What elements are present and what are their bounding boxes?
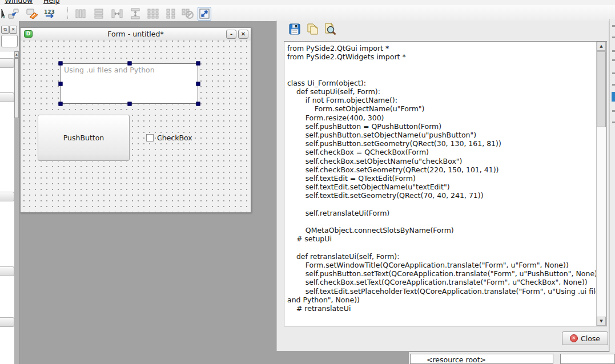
widget-box-scrollbar[interactable]: ▲ <box>14 51 19 364</box>
scroll-up-icon[interactable]: ▲ <box>597 42 606 51</box>
layout-vertical-splitter-icon[interactable] <box>128 7 142 21</box>
adjust-size-icon[interactable] <box>198 7 211 21</box>
menu-bar: Window Help <box>0 0 615 5</box>
save-icon[interactable] <box>287 22 302 37</box>
form-window-titlebar[interactable]: D Form - untitled* - ✕ <box>21 28 251 41</box>
form-canvas[interactable]: Using .ui files and Python PushButton Ch… <box>21 41 251 212</box>
form-editor-window: D Form - untitled* - ✕ Using .ui files a… <box>20 27 251 213</box>
copy-icon[interactable] <box>305 22 320 37</box>
selection-handle-bottom-center[interactable] <box>128 102 132 106</box>
find-icon[interactable] <box>323 22 337 37</box>
edit-signals-slots-icon[interactable] <box>7 7 21 21</box>
layout-grid-icon[interactable] <box>146 7 160 21</box>
layout-horizontal-splitter-icon[interactable] <box>110 7 124 21</box>
selection-handle-bottom-right[interactable] <box>196 102 200 106</box>
selection-handle-top-center[interactable] <box>128 62 132 66</box>
close-dialog-button[interactable]: ✕ Close <box>562 331 608 345</box>
code-preview-dialog: from PySide2.QtGui import * from PySide2… <box>276 21 609 351</box>
scrollbar-thumb[interactable] <box>14 58 19 118</box>
menu-window[interactable]: Window <box>5 0 33 5</box>
edit-widgets-icon[interactable] <box>0 7 7 21</box>
resource-preview-pane[interactable] <box>560 354 615 364</box>
close-button-label: Close <box>581 334 600 343</box>
close-icon: ✕ <box>570 334 578 342</box>
python-code-text: from PySide2.QtGui import * from PySide2… <box>287 44 595 313</box>
float-icon[interactable]: ⧉ <box>1 26 9 34</box>
widget-category[interactable] <box>0 92 14 102</box>
layout-horizontally-icon[interactable] <box>74 7 87 21</box>
property-editor-sliver <box>609 19 615 352</box>
form-window-title: Form - untitled* <box>21 30 251 38</box>
scroll-up-icon[interactable]: ▲ <box>14 51 19 58</box>
widget-filter-input[interactable] <box>1 35 18 47</box>
widget-category[interactable] <box>0 58 14 68</box>
textedit-widget[interactable]: Using .ui files and Python <box>61 63 198 104</box>
resource-tree[interactable]: <resource root> <box>410 354 553 364</box>
toolbar-separator <box>67 7 68 19</box>
checkbox-indicator[interactable] <box>146 134 154 141</box>
minimize-button[interactable]: - <box>226 30 236 39</box>
selected-property-row[interactable] <box>612 92 615 102</box>
edit-tab-order-icon[interactable]: 123 <box>43 7 57 21</box>
selection-handle-top-right[interactable] <box>196 62 200 66</box>
break-layout-icon[interactable] <box>181 7 195 21</box>
scroll-down-icon[interactable]: ▼ <box>597 317 606 326</box>
scrollbar-thumb[interactable] <box>597 51 606 127</box>
main-toolbar: 123 <box>0 5 615 22</box>
widget-category[interactable] <box>0 192 14 201</box>
code-scrollbar[interactable]: ▲ ▼ <box>596 42 606 326</box>
selection-handle-top-left[interactable] <box>59 62 63 66</box>
selection-handle-mid-left[interactable] <box>59 82 63 86</box>
selection-handle-mid-right[interactable] <box>196 82 200 86</box>
resource-browser-panel: <resource root> <box>409 352 615 364</box>
checkbox-label: CheckBox <box>157 134 192 142</box>
widget-category[interactable] <box>0 266 14 276</box>
widget-category[interactable] <box>0 317 14 327</box>
resource-root-item[interactable]: <resource root> <box>427 355 486 364</box>
close-button[interactable]: ✕ <box>238 30 248 39</box>
qt-designer-screen: { "menubar": { "items": [ {"label": "Win… <box>0 0 615 364</box>
layout-vertically-icon[interactable] <box>92 7 106 21</box>
pushbutton-widget[interactable]: PushButton <box>38 115 130 161</box>
menu-help[interactable]: Help <box>43 0 60 5</box>
generated-code-view[interactable]: from PySide2.QtGui import * from PySide2… <box>284 41 607 326</box>
widget-box-panel: ⧉ ✕ ▲ <box>0 21 19 364</box>
widget-box-list: ▲ <box>0 51 19 364</box>
edit-buddies-icon[interactable] <box>26 7 39 21</box>
selection-handle-bottom-left[interactable] <box>59 102 63 106</box>
checkbox-widget[interactable]: CheckBox <box>146 126 204 149</box>
layout-form-icon[interactable] <box>164 7 178 21</box>
textedit-placeholder: Using .ui files and Python <box>64 66 155 74</box>
close-icon[interactable]: ✕ <box>9 26 17 34</box>
svg-text:123: 123 <box>44 9 55 15</box>
